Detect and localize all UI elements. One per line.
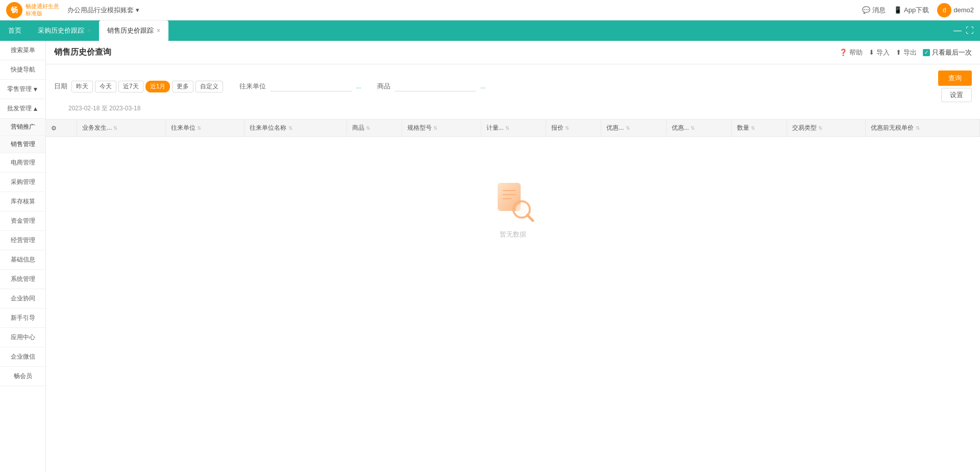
date-range-display: 2023-02-18 至 2023-03-18 xyxy=(54,104,972,113)
content-area: 销售历史价查询 ❓ 帮助 ⬇ 导入 ⬆ 导出 ✓ 只 xyxy=(46,41,980,472)
date-btn-1month[interactable]: 近1月 xyxy=(145,81,170,92)
sidebar-item-system[interactable]: 系统管理 xyxy=(0,270,45,289)
minimize-icon[interactable]: — xyxy=(953,26,962,35)
logo-icon: 畅 xyxy=(6,2,22,18)
partner-label: 往来单位 xyxy=(239,82,266,91)
date-btn-yesterday[interactable]: 昨天 xyxy=(71,81,93,92)
filter-row: 日期 昨天 今天 近7天 近1月 更多 自定义 往来单位 ... xyxy=(54,70,972,102)
import-button[interactable]: ⬇ 导入 xyxy=(869,48,890,57)
empty-text: 暂无数据 xyxy=(500,230,526,239)
sidebar-item-member[interactable]: 畅会员 xyxy=(0,367,45,386)
tab-home[interactable]: 首页 xyxy=(0,20,30,41)
th-trade-type[interactable]: 交易类型 ⇅ xyxy=(787,120,865,137)
app-download-button[interactable]: 📱 App下载 xyxy=(894,6,929,15)
sidebar-item-inventory[interactable]: 库存核算 xyxy=(0,192,45,211)
date-btn-today[interactable]: 今天 xyxy=(95,81,116,92)
help-button[interactable]: ❓ 帮助 xyxy=(839,48,863,57)
checkbox-icon: ✓ xyxy=(923,49,930,56)
sidebar-item-basics[interactable]: 基础信息 xyxy=(0,250,45,270)
maximize-icon[interactable]: ⛶ xyxy=(966,26,974,35)
empty-illustration xyxy=(490,178,536,224)
sidebar-item-marketing[interactable]: 营销推广 xyxy=(0,119,45,136)
th-price[interactable]: 报价 ⇅ xyxy=(546,120,601,137)
setting-button[interactable]: 设置 xyxy=(941,88,972,102)
date-btn-custom[interactable]: 自定义 xyxy=(195,81,223,92)
tab-close-purchase[interactable]: × xyxy=(87,27,91,34)
sort-icon: ⇅ xyxy=(818,125,822,131)
page-actions: ❓ 帮助 ⬇ 导入 ⬆ 导出 ✓ 只看最后一次 xyxy=(839,48,972,57)
th-discount2[interactable]: 优惠... ⇅ xyxy=(666,120,731,137)
message-icon: 💬 xyxy=(862,6,870,14)
sidebar-item-apps[interactable]: 应用中心 xyxy=(0,328,45,347)
tab-close-sales[interactable]: × xyxy=(157,27,160,34)
avatar: d xyxy=(937,3,951,17)
th-spec[interactable]: 规格型号 ⇅ xyxy=(402,120,481,137)
th-unit[interactable]: 计量... ⇅ xyxy=(481,120,546,137)
sidebar-item-quicknav[interactable]: 快捷导航 xyxy=(0,60,45,80)
tab-purchase-history[interactable]: 采购历史价跟踪 × xyxy=(30,20,99,41)
export-icon: ⬆ xyxy=(896,49,901,56)
chevron-up-icon: ▲ xyxy=(33,105,39,112)
svg-line-7 xyxy=(527,215,533,221)
tab-bar-actions: — ⛶ xyxy=(953,26,980,35)
product-input[interactable] xyxy=(395,81,476,91)
sort-icon: ⇅ xyxy=(691,125,695,131)
sidebar-item-retail[interactable]: 零售管理 ▼ xyxy=(0,80,45,99)
th-business-date[interactable]: 业务发生... ⇅ xyxy=(77,120,166,137)
date-btn-more[interactable]: 更多 xyxy=(172,81,193,92)
import-icon: ⬇ xyxy=(869,49,874,56)
product-filter: 商品 ... xyxy=(377,81,485,91)
chevron-down-icon: ▼ xyxy=(33,86,39,93)
sidebar-item-operations[interactable]: 经营管理 xyxy=(0,231,45,250)
user-menu[interactable]: d demo2 xyxy=(937,3,974,17)
sort-icon: ⇅ xyxy=(505,125,509,131)
sidebar-item-wholesale[interactable]: 批发管理 ▲ xyxy=(0,99,45,119)
sort-icon: ⇅ xyxy=(197,125,201,131)
tab-bar: 首页 采购历史价跟踪 × 销售历史价跟踪 × — ⛶ xyxy=(0,20,980,41)
th-pretax-price[interactable]: 优惠前无税单价 ⇅ xyxy=(866,120,980,137)
sidebar-item-ecommerce[interactable]: 电商管理 xyxy=(0,153,45,173)
th-product[interactable]: 商品 ⇅ xyxy=(347,120,402,137)
partner-input[interactable] xyxy=(270,81,352,91)
date-filter: 日期 昨天 今天 近7天 近1月 更多 自定义 xyxy=(54,81,223,92)
sort-icon: ⇅ xyxy=(366,125,370,131)
sidebar: 搜索菜单 快捷导航 零售管理 ▼ 批发管理 ▲ 营销推广 销售管理 电商管理 采… xyxy=(0,41,46,472)
sidebar-item-wechat[interactable]: 企业微信 xyxy=(0,347,45,367)
sidebar-item-purchase[interactable]: 采购管理 xyxy=(0,173,45,192)
partner-picker-icon[interactable]: ... xyxy=(356,83,361,90)
th-settings[interactable]: ⚙ xyxy=(46,120,77,137)
filter-area: 日期 昨天 今天 近7天 近1月 更多 自定义 往来单位 ... xyxy=(46,64,980,120)
empty-state: 暂无数据 xyxy=(46,137,980,280)
message-button[interactable]: 💬 消息 xyxy=(862,6,886,15)
sort-icon: ⇅ xyxy=(113,125,117,131)
date-btn-7days[interactable]: 近7天 xyxy=(118,81,143,92)
date-label: 日期 xyxy=(54,82,67,91)
sort-icon: ⇅ xyxy=(288,125,292,131)
chevron-down-icon: ▾ xyxy=(136,6,139,14)
app-download-icon: 📱 xyxy=(894,6,902,14)
sidebar-item-sales[interactable]: 销售管理 xyxy=(0,136,45,153)
th-discount1[interactable]: 优惠... ⇅ xyxy=(601,120,667,137)
th-partner-name[interactable]: 往来单位名称 ⇅ xyxy=(244,120,347,137)
app-selector[interactable]: 办公用品行业模拟账套 ▾ xyxy=(63,6,143,15)
product-picker-icon[interactable]: ... xyxy=(480,83,485,90)
table-header-row: ⚙ 业务发生... ⇅ 往来单位 ⇅ 往来单位名称 ⇅ 商品 ⇅ 规格型号 ⇅ … xyxy=(46,120,980,137)
th-partner[interactable]: 往来单位 ⇅ xyxy=(165,120,244,137)
sidebar-item-guide[interactable]: 新手引导 xyxy=(0,309,45,328)
sidebar-item-enterprise[interactable]: 企业协同 xyxy=(0,289,45,309)
data-table: ⚙ 业务发生... ⇅ 往来单位 ⇅ 往来单位名称 ⇅ 商品 ⇅ 规格型号 ⇅ … xyxy=(46,120,980,280)
date-buttons: 昨天 今天 近7天 近1月 更多 自定义 xyxy=(71,81,223,92)
export-button[interactable]: ⬆ 导出 xyxy=(896,48,917,57)
sort-icon: ⇅ xyxy=(565,125,569,131)
tab-sales-history[interactable]: 销售历史价跟踪 × xyxy=(99,20,168,41)
table-container: ⚙ 业务发生... ⇅ 往来单位 ⇅ 往来单位名称 ⇅ 商品 ⇅ 规格型号 ⇅ … xyxy=(46,120,980,472)
logo-text: 畅捷通好生意 标准版 xyxy=(26,3,59,16)
svg-point-6 xyxy=(516,204,527,215)
query-button[interactable]: 查询 xyxy=(938,70,972,86)
sidebar-item-search[interactable]: 搜索菜单 xyxy=(0,41,45,60)
sidebar-item-finance[interactable]: 资金管理 xyxy=(0,211,45,231)
th-qty[interactable]: 数量 ⇅ xyxy=(731,120,787,137)
top-bar: 畅 畅捷通好生意 标准版 办公用品行业模拟账套 ▾ 💬 消息 📱 App下载 d… xyxy=(0,0,980,20)
partner-filter: 往来单位 ... xyxy=(239,81,361,91)
last-only-checkbox[interactable]: ✓ 只看最后一次 xyxy=(923,48,972,57)
